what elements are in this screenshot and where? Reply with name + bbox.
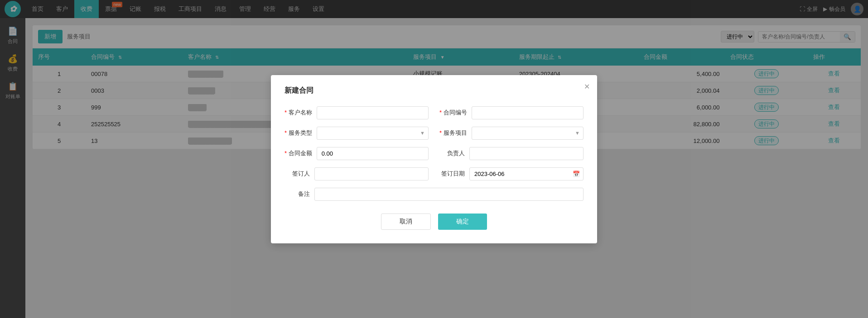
input-responsible[interactable]: [469, 147, 583, 160]
main-layout: 📄 合同 💰 收费 📋 对账单 新增 服务项目 进行中 已完成 已终止: [0, 18, 868, 318]
form-row-signer: 签订人: [285, 167, 429, 180]
form-row-amount: 合同金额: [285, 147, 429, 160]
form-row-contract-no: 合同编号: [439, 106, 583, 119]
form-row-customer: 客户名称: [285, 106, 429, 119]
input-contract-no[interactable]: [472, 106, 583, 119]
form-row-responsible: 负责人: [439, 147, 583, 160]
label-signer: 签订人: [285, 170, 310, 178]
modal-overlay: 新建合同 ✕ 客户名称 合同编号 服务类型: [25, 18, 868, 318]
label-customer-name: 客户名称: [285, 109, 312, 117]
select-service-item[interactable]: [472, 127, 583, 140]
main-content: 新增 服务项目 进行中 已完成 已终止 🔍: [25, 18, 868, 318]
input-customer-name[interactable]: [317, 106, 429, 119]
input-contract-amount[interactable]: [317, 147, 429, 160]
input-sign-date[interactable]: [469, 167, 583, 180]
cancel-button[interactable]: 取消: [381, 214, 431, 230]
modal-footer: 取消 确定: [285, 214, 583, 230]
service-type-wrapper: ▼: [317, 127, 429, 140]
service-item-wrapper: ▼: [472, 127, 583, 140]
form-grid: 客户名称 合同编号 服务类型 ▼: [285, 106, 583, 201]
confirm-button[interactable]: 确定: [438, 214, 487, 230]
modal-title: 新建合同: [285, 86, 583, 95]
label-service-item: 服务项目: [439, 129, 467, 137]
select-service-type[interactable]: [317, 127, 429, 140]
form-row-sign-date: 签订日期 📅: [439, 167, 583, 180]
label-service-type: 服务类型: [285, 129, 312, 137]
label-remark: 备注: [285, 190, 310, 198]
input-signer[interactable]: [314, 167, 429, 180]
form-row-service-item: 服务项目 ▼: [439, 127, 583, 140]
input-remark[interactable]: [314, 188, 583, 201]
form-row-remark: 备注: [285, 188, 583, 201]
new-contract-modal: 新建合同 ✕ 客户名称 合同编号 服务类型: [271, 75, 597, 243]
form-row-service-type: 服务类型 ▼: [285, 127, 429, 140]
label-contract-amount: 合同金额: [285, 149, 312, 157]
label-contract-no: 合同编号: [439, 109, 467, 117]
label-sign-date: 签订日期: [439, 170, 465, 178]
label-responsible: 负责人: [439, 149, 465, 157]
date-wrapper: 📅: [469, 167, 583, 180]
modal-close-button[interactable]: ✕: [584, 82, 590, 91]
